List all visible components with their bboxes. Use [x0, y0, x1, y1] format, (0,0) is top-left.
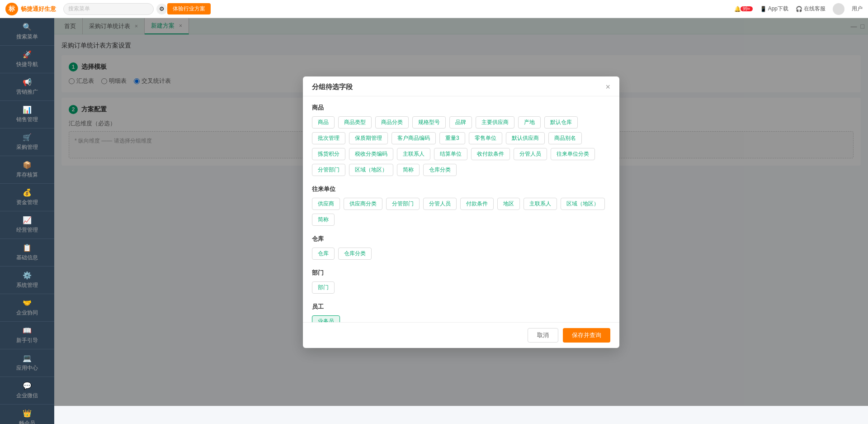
field-tag-tax-code[interactable]: 税收分类编码 [349, 148, 393, 160]
app-download-label: App下载 [768, 5, 788, 13]
field-tag-warehouse-cat[interactable]: 仓库分类 [423, 164, 457, 176]
dialog-close-btn[interactable]: × [605, 83, 610, 91]
app-download-area[interactable]: 📱 App下载 [760, 5, 788, 13]
notification-area[interactable]: 🔔 99+ [734, 6, 753, 12]
logo-text: 畅捷通好生意 [21, 5, 56, 13]
headset-icon: 🎧 [796, 6, 802, 12]
field-tag-retail-unit[interactable]: 零售单位 [469, 132, 502, 144]
field-tag-customer-code[interactable]: 客户商品编码 [392, 132, 436, 144]
sidebar-item-guide-label: 新手引导 [16, 337, 38, 344]
apps-icon: 💻 [23, 354, 32, 362]
field-tag-region-partner[interactable]: 区域（地区） [561, 198, 605, 210]
field-select-dialog: 分组待选字段 × 商品 商品 商品类型 商品分类 规格型号 品牌 主要供应商 产… [303, 76, 619, 348]
sidebar-item-basic[interactable]: 📋 基础信息 [0, 239, 54, 267]
online-service-area[interactable]: 🎧 在线客服 [796, 5, 826, 13]
experience-btn[interactable]: 体验行业方案 [167, 3, 211, 14]
section-product-title: 商品 [312, 104, 610, 112]
cancel-button[interactable]: 取消 [528, 328, 558, 343]
sidebar-item-operation[interactable]: 📈 经营管理 [0, 211, 54, 239]
field-tag-default-warehouse[interactable]: 默认仓库 [544, 116, 578, 129]
section-warehouse-title: 仓库 [312, 235, 610, 243]
confirm-button[interactable]: 保存并查询 [563, 328, 610, 343]
sidebar-item-marketing-label: 营销推广 [16, 88, 38, 96]
field-tag-payment-terms[interactable]: 收付款条件 [471, 148, 510, 160]
section-product-fields: 商品 商品类型 商品分类 规格型号 品牌 主要供应商 产地 默认仓库 批次管理 … [312, 116, 610, 176]
collab-icon: 🤝 [23, 299, 32, 307]
field-tag-default-supplier[interactable]: 默认供应商 [506, 132, 545, 144]
purchase-icon: 🛒 [23, 133, 32, 142]
search-box[interactable]: 搜索菜单 [63, 3, 154, 15]
sidebar-item-vip-label: 畅会员 [19, 419, 35, 424]
guide-icon: 📖 [23, 326, 32, 335]
field-tag-warehouse[interactable]: 仓库 [312, 248, 335, 260]
field-tag-product[interactable]: 商品 [312, 116, 335, 129]
field-tag-partner-dept[interactable]: 分管部门 [386, 198, 420, 210]
field-tag-weight[interactable]: 重量3 [439, 132, 465, 144]
sidebar-item-purchase[interactable]: 🛒 采购管理 [0, 129, 54, 156]
sidebar-item-sales[interactable]: 📊 销售管理 [0, 101, 54, 129]
sidebar-item-nav[interactable]: 🚀 快捷导航 [0, 46, 54, 73]
phone-icon: 📱 [760, 6, 767, 12]
field-tag-warehouse-category[interactable]: 仓库分类 [338, 248, 372, 260]
sidebar-item-marketing[interactable]: 📢 营销推广 [0, 73, 54, 101]
sidebar-item-inventory[interactable]: 📦 库存核算 [0, 156, 54, 184]
sidebar-item-wecom[interactable]: 💬 企业微信 [0, 377, 54, 405]
sidebar-item-search[interactable]: 🔍 搜索菜单 [0, 18, 54, 46]
sidebar-item-operation-label: 经营管理 [16, 226, 38, 234]
section-dept: 部门 部门 [312, 269, 610, 294]
sidebar-item-system-label: 系统管理 [16, 281, 38, 289]
dialog-overlay: 分组待选字段 × 商品 商品 商品类型 商品分类 规格型号 品牌 主要供应商 产… [54, 18, 868, 406]
topbar-actions: 🔔 99+ 📱 App下载 🎧 在线客服 用户 [734, 3, 863, 15]
field-tag-brand[interactable]: 品牌 [449, 116, 472, 129]
field-tag-pick-points[interactable]: 拣货积分 [312, 148, 345, 160]
basic-icon: 📋 [23, 243, 32, 252]
settings-icon[interactable]: ⚙ [156, 4, 167, 14]
field-tag-alias[interactable]: 商品别名 [548, 132, 582, 144]
sales-icon: 📊 [23, 105, 32, 114]
field-tag-supplier-cat[interactable]: 供应商分类 [344, 198, 382, 210]
field-tag-partner-manager[interactable]: 分管人员 [423, 198, 457, 210]
sidebar-item-vip[interactable]: 👑 畅会员 [0, 405, 54, 424]
field-tag-spec[interactable]: 规格型号 [412, 116, 446, 129]
field-tag-product-category[interactable]: 商品分类 [375, 116, 409, 129]
field-tag-partner-category[interactable]: 往来单位分类 [551, 148, 595, 160]
field-tag-main-contact[interactable]: 主联系人 [397, 148, 430, 160]
field-tag-product-type[interactable]: 商品类型 [338, 116, 372, 129]
field-tag-dept-managed[interactable]: 分管部门 [312, 164, 345, 176]
sidebar-item-sales-label: 销售管理 [16, 116, 38, 124]
sidebar-item-guide[interactable]: 📖 新手引导 [0, 322, 54, 349]
wecom-icon: 💬 [23, 381, 32, 390]
sidebar-item-system[interactable]: ⚙️ 系统管理 [0, 267, 54, 294]
field-tag-main-contact2[interactable]: 主联系人 [524, 198, 557, 210]
field-tag-dept[interactable]: 部门 [312, 281, 335, 294]
section-staff-fields: 业务员 [312, 315, 610, 322]
nav-icon: 🚀 [23, 50, 32, 59]
field-tag-area[interactable]: 地区 [497, 198, 520, 210]
sidebar-item-purchase-label: 采购管理 [16, 143, 38, 151]
field-tag-main-supplier[interactable]: 主要供应商 [476, 116, 514, 129]
field-tag-region-product[interactable]: 区域（地区） [349, 164, 393, 176]
field-tag-manager[interactable]: 分管人员 [514, 148, 547, 160]
sidebar-item-apps[interactable]: 💻 应用中心 [0, 349, 54, 377]
sidebar-item-collab[interactable]: 🤝 企业协同 [0, 294, 54, 322]
sidebar-item-finance-label: 资金管理 [16, 199, 38, 206]
dialog-header: 分组待选字段 × [303, 76, 619, 96]
sidebar-item-apps-label: 应用中心 [16, 364, 38, 372]
field-tag-settlement-unit[interactable]: 结算单位 [434, 148, 467, 160]
sidebar-item-nav-label: 快捷导航 [16, 61, 38, 68]
field-tag-short-name2[interactable]: 简称 [312, 214, 335, 226]
field-tag-supplier[interactable]: 供应商 [312, 198, 340, 210]
field-tag-salesperson[interactable]: 业务员 [312, 315, 340, 322]
sidebar: 🔍 搜索菜单 🚀 快捷导航 📢 营销推广 📊 销售管理 🛒 采购管理 📦 库存核… [0, 18, 54, 424]
field-tag-origin[interactable]: 产地 [518, 116, 541, 129]
marketing-icon: 📢 [23, 78, 32, 86]
section-warehouse: 仓库 仓库 仓库分类 [312, 235, 610, 260]
field-tag-short-name[interactable]: 简称 [397, 164, 420, 176]
field-tag-batch[interactable]: 批次管理 [312, 132, 345, 144]
field-tag-expiry[interactable]: 保质期管理 [349, 132, 388, 144]
avatar[interactable] [833, 3, 844, 15]
online-service-label: 在线客服 [804, 5, 826, 13]
field-tag-payment-cond[interactable]: 付款条件 [460, 198, 494, 210]
topbar: 标 畅捷通好生意 搜索菜单 ⚙ 体验行业方案 🔔 99+ 📱 App下载 🎧 在… [0, 0, 868, 18]
sidebar-item-finance[interactable]: 💰 资金管理 [0, 184, 54, 211]
